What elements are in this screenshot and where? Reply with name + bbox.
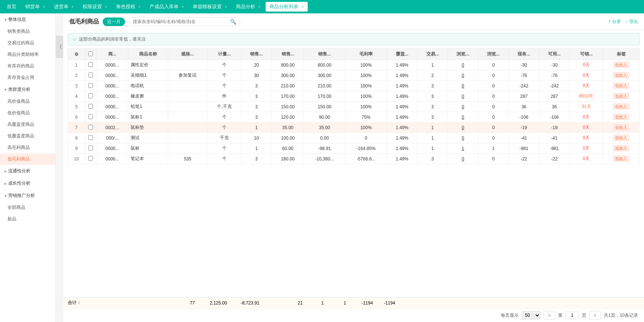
col-spec[interactable]: 规格... [168,49,207,60]
row-browse1[interactable]: 0 [448,91,478,102]
row-checkbox[interactable] [85,91,96,102]
sidebar-group-flow[interactable]: ▸ 流通性分析 [0,165,55,177]
sidebar-item-all-products[interactable]: 全部商品 [0,202,55,213]
period-btn[interactable]: 近一月 [103,17,125,26]
nav-sales[interactable]: 销货单 × [22,2,49,12]
nav-template[interactable]: 单据模板设置 × [189,2,231,12]
nav-analysis[interactable]: 商品分析 × [232,2,264,12]
row-browse1[interactable]: 0 [448,81,478,91]
col-browse1[interactable]: 浏览... [448,49,478,60]
row-checkbox[interactable] [85,112,96,122]
sidebar-item-sales-products[interactable]: 销售类商品 [0,26,55,37]
col-qty[interactable]: 销售... [241,49,272,60]
row-browse1[interactable]: 1 [448,143,478,154]
nav-products[interactable]: 产成品入库单 × [146,2,188,12]
sidebar-item-in-stock[interactable]: 有库存的商品 [0,60,55,72]
arrow-growth: ▸ [4,181,7,186]
prev-page-btn[interactable]: ＜ [544,311,555,320]
row-code: 0002... [96,122,128,133]
row-browse1[interactable]: 0 [448,154,478,164]
share-btn[interactable]: ⤴ 分享 [608,19,621,25]
col-name[interactable]: 商品名称 [128,49,168,60]
col-unit[interactable]: 计量... [207,49,241,60]
table-row: 3 0000... 电话机 个 3 210.00 210.00 100% 1.4… [68,81,640,91]
sidebar-item-capital[interactable]: 库存资金占用 [0,72,55,83]
col-browse2[interactable]: 浏览... [478,49,509,60]
col-settings[interactable]: ⚙ [68,49,85,60]
nav-template-close[interactable]: × [225,4,227,9]
row-browse1[interactable]: 0 [448,60,478,70]
col-profit[interactable]: 销售... [304,49,345,60]
row-browse1[interactable]: 0 [448,102,478,112]
sidebar-item-category-rate[interactable]: 商品分类助销率 [0,49,55,60]
sidebar-item-new-products[interactable]: 新品 [0,213,55,225]
nav-purchase[interactable]: 进货单 × [50,2,77,12]
row-checkbox[interactable] [85,60,96,70]
per-page-select[interactable]: 50 20 100 [522,311,541,319]
row-checkbox[interactable] [85,122,96,133]
sidebar-item-low-value[interactable]: 低价值商品 [0,107,55,119]
row-qty: 30 [241,70,272,81]
col-gross[interactable]: 毛利率 [345,49,387,60]
row-code: 0000... [96,60,128,70]
select-all-checkbox[interactable] [88,51,93,56]
col-coverage[interactable]: 覆盖... [387,49,417,60]
col-stock[interactable]: 现有... [509,49,539,60]
row-stock: -106 [509,112,539,122]
nav-products-close[interactable]: × [182,4,184,9]
row-name: 鼠标 [128,143,168,154]
col-avail[interactable]: 可用... [539,49,570,60]
row-checkbox[interactable] [85,133,96,143]
search-box[interactable]: 🔍 [129,17,240,26]
col-code[interactable]: 商... [96,49,128,60]
row-sales: 90.00 [304,112,345,122]
nav-home[interactable]: 首页 [3,2,20,12]
col-trade[interactable]: 交易... [417,49,448,60]
nav-analysis-list[interactable]: 商品分析列表 × [266,2,307,12]
nav-roles[interactable]: 角色授权 × [112,2,144,12]
sidebar-item-low-margin[interactable]: 低毛利商品 [0,153,55,165]
row-checkbox[interactable] [85,102,96,112]
row-checkbox[interactable] [85,81,96,91]
search-input[interactable] [133,19,228,24]
table-container[interactable]: ⚙ 商... 商品名称 规格... 计量... 销售... 销售... 销售..… [63,48,644,297]
col-price[interactable]: 销售... [272,49,304,60]
row-salable: 0天 [570,112,603,122]
sidebar-item-traded[interactable]: 交易过的商品 [0,37,55,49]
sidebar-group-cluster[interactable]: ▾ 类群度分析 [0,83,55,96]
nav-analysis-list-close[interactable]: × [301,4,304,9]
sidebar-item-low-coverage[interactable]: 低覆盖度商品 [0,130,55,142]
row-sales: 150.00 [304,102,345,112]
row-qty: 3 [241,112,272,122]
row-browse1[interactable]: 0 [448,122,478,133]
sidebar-group-growth[interactable]: ▸ 成长性分析 [0,177,55,189]
row-browse1[interactable]: 0 [448,70,478,81]
row-salable: 0天 [570,133,603,143]
sidebar-group-overall[interactable]: ▾ 整体信息 [0,13,55,26]
sidebar-item-high-margin[interactable]: 高毛利商品 [0,142,55,153]
export-btn[interactable]: ↓ 导出 [625,19,638,25]
nav-roles-close[interactable]: × [138,4,141,9]
table-row: 7 0002... 鼠标垫 个 1 35.00 35.00 100% 1.49%… [68,122,640,133]
row-checkbox[interactable] [85,154,96,164]
col-checkbox[interactable] [85,49,96,60]
page-number-input[interactable] [565,312,579,319]
col-tag[interactable]: 标签 [603,49,640,60]
col-salable[interactable]: 可销... [570,49,603,60]
nav-analysis-close[interactable]: × [258,4,260,9]
row-checkbox[interactable] [85,70,96,81]
nav-permissions-close[interactable]: × [105,4,107,9]
search-icon[interactable]: 🔍 [230,19,236,25]
row-browse1[interactable]: 0 [448,112,478,122]
next-page-btn[interactable]: ＞ [589,311,601,320]
nav-purchase-close[interactable]: × [71,4,74,9]
nav-permissions[interactable]: 权限设置 × [79,2,111,12]
row-checkbox[interactable] [85,143,96,154]
nav-sales-close[interactable]: × [43,4,45,9]
sidebar-group-marketing[interactable]: ▾ 营销推广分析 [0,189,55,202]
sidebar-item-high-value[interactable]: 高价值商品 [0,96,55,107]
sidebar-item-high-coverage[interactable]: 高覆盖度商品 [0,119,55,130]
row-browse1[interactable]: 0 [448,133,478,143]
sidebar-collapse-btn[interactable]: 《 [56,36,63,58]
row-coverage: 1 [417,60,448,70]
